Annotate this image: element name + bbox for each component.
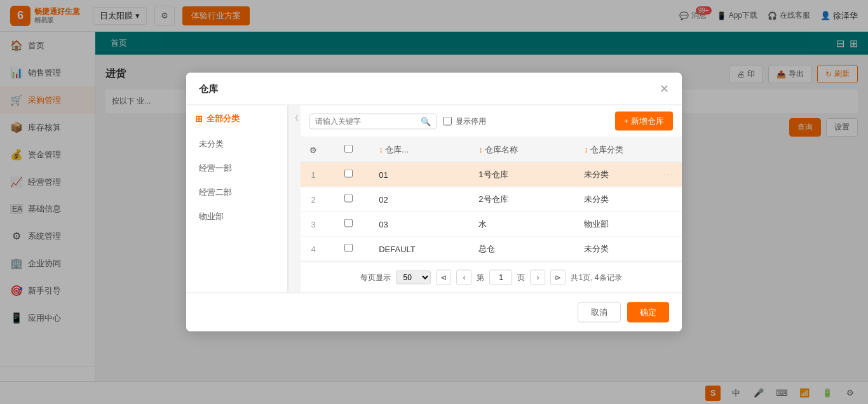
row-gear: 3 (301, 212, 326, 236)
row-checkbox[interactable] (344, 170, 353, 178)
col-check (326, 138, 371, 163)
modal-title: 仓库 (199, 83, 218, 95)
collapse-icon: 《 (291, 113, 299, 124)
sort-icon: ↕ (379, 145, 383, 154)
row-category: 未分类 (576, 187, 682, 212)
row-gear: 1 (301, 162, 326, 187)
category-label: 物业部 (199, 212, 224, 221)
row-checkbox[interactable] (344, 219, 353, 227)
warehouse-table: ⚙ ↕ 仓库... ↕ 仓库名称 (301, 138, 682, 262)
table-body: 1 01 1号仓库 未分类 ··· 2 (301, 162, 682, 261)
warehouse-modal: 仓库 ✕ ⊞ 全部分类 未分类 经营一部 经营二部 物业部 《 (186, 73, 682, 332)
show-disabled-label: 显示停用 (456, 116, 486, 126)
row-check (326, 212, 371, 236)
row-name: 水 (471, 212, 576, 236)
page-label: 第 (477, 272, 484, 283)
row-more-button[interactable]: ··· (663, 169, 674, 178)
row-gear: 2 (301, 187, 326, 212)
category-label: 未分类 (199, 139, 224, 149)
cancel-button[interactable]: 取消 (578, 302, 621, 323)
category-item-uncategorized[interactable]: 未分类 (186, 132, 287, 156)
row-check (326, 236, 371, 261)
table-row[interactable]: 2 02 2号仓库 未分类 (301, 187, 682, 212)
row-checkbox[interactable] (344, 244, 353, 252)
search-icon[interactable]: 🔍 (421, 116, 431, 126)
category-item-property[interactable]: 物业部 (186, 205, 287, 229)
table-row[interactable]: 4 DEFAULT 总仓 未分类 (301, 236, 682, 261)
page-unit: 页 (517, 272, 525, 283)
col-code-label: 仓库... (385, 145, 409, 154)
row-code: DEFAULT (371, 236, 471, 261)
panel-collapse-button[interactable]: 《 (288, 105, 301, 293)
sort-icon3: ↕ (584, 145, 588, 154)
row-category: 物业部 (576, 212, 682, 236)
last-page-button[interactable]: ⊳ (550, 270, 566, 285)
category-label: 经营一部 (199, 163, 232, 173)
category-all-label: 全部分类 (207, 113, 240, 125)
page-number-input[interactable] (489, 270, 512, 285)
show-disabled-checkbox[interactable] (443, 117, 452, 126)
row-name: 1号仓库 (471, 162, 576, 187)
search-box: 🔍 (309, 113, 437, 129)
list-toolbar: 🔍 显示停用 + 新增仓库 (301, 105, 682, 138)
row-code: 02 (371, 187, 471, 212)
add-warehouse-button[interactable]: + 新增仓库 (615, 112, 673, 131)
select-all-checkbox[interactable] (344, 145, 353, 153)
modal-close-button[interactable]: ✕ (660, 82, 669, 96)
show-disabled-area: 显示停用 (443, 116, 486, 126)
col-category: ↕ 仓库分类 (576, 138, 682, 163)
modal-body: ⊞ 全部分类 未分类 经营一部 经营二部 物业部 《 (186, 105, 682, 293)
row-check (326, 187, 371, 212)
per-page-select[interactable]: 50 100 200 (396, 271, 431, 285)
row-check (326, 162, 371, 187)
gear-icon: ⚙ (309, 145, 317, 154)
category-all-header[interactable]: ⊞ 全部分类 (186, 105, 287, 132)
table-row[interactable]: 3 03 水 物业部 (301, 212, 682, 236)
warehouse-table-wrapper: ⚙ ↕ 仓库... ↕ 仓库名称 (301, 138, 682, 262)
warehouse-list-panel: 🔍 显示停用 + 新增仓库 ⚙ (301, 105, 682, 293)
row-category: 未分类 ··· (576, 162, 682, 187)
row-gear: 4 (301, 236, 326, 261)
row-category: 未分类 (576, 236, 682, 261)
per-page-label: 每页显示 (360, 272, 391, 283)
category-item-dept2[interactable]: 经营二部 (186, 180, 287, 205)
col-category-label: 仓库分类 (590, 145, 623, 154)
table-row[interactable]: 1 01 1号仓库 未分类 ··· (301, 162, 682, 187)
col-name-label: 仓库名称 (485, 145, 518, 154)
prev-page-button[interactable]: ‹ (456, 270, 471, 285)
row-code: 03 (371, 212, 471, 236)
category-item-dept1[interactable]: 经营一部 (186, 156, 287, 180)
first-page-button[interactable]: ⊲ (436, 270, 451, 285)
row-name: 2号仓库 (471, 187, 576, 212)
row-name: 总仓 (471, 236, 576, 261)
pagination: 每页显示 50 100 200 ⊲ ‹ 第 页 › ⊳ 共1页, 4条记录 (301, 262, 682, 293)
category-label: 经营二部 (199, 187, 232, 197)
row-code: 01 (371, 162, 471, 187)
col-name: ↕ 仓库名称 (471, 138, 576, 163)
col-gear: ⚙ (301, 138, 326, 163)
sort-icon2: ↕ (478, 145, 483, 154)
confirm-button[interactable]: 确定 (627, 302, 669, 323)
search-input[interactable] (315, 117, 417, 126)
modal-footer: 取消 确定 (186, 293, 682, 332)
next-page-button[interactable]: › (530, 270, 545, 285)
total-info: 共1页, 4条记录 (571, 272, 621, 283)
modal-header: 仓库 ✕ (186, 73, 682, 105)
row-checkbox[interactable] (344, 194, 353, 203)
table-header-row: ⚙ ↕ 仓库... ↕ 仓库名称 (301, 138, 682, 163)
col-code: ↕ 仓库... (371, 138, 471, 163)
category-panel: ⊞ 全部分类 未分类 经营一部 经营二部 物业部 (186, 105, 288, 293)
grid-icon: ⊞ (195, 114, 203, 124)
